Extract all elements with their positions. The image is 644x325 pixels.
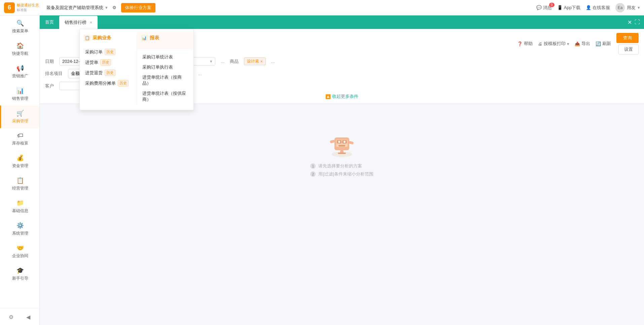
tab-bar: 首页 销售排行榜 × ✕ ⛶ bbox=[40, 15, 644, 29]
sidebar-label-finance: 资金管理 bbox=[12, 163, 28, 169]
operations-icon: 📋 bbox=[16, 177, 24, 184]
sidebar-item-guide[interactable]: 🎓 新手引导 bbox=[0, 263, 39, 285]
dropdown-return[interactable]: 进货退货 历史 bbox=[84, 68, 133, 78]
sidebar-item-inventory[interactable]: 🏷 库存核算 bbox=[0, 128, 39, 150]
refresh-btn[interactable]: 🔄 刷新 bbox=[596, 41, 611, 47]
expense-label: 采购费用分摊单 bbox=[85, 80, 116, 86]
purchase-col-icon: 📋 bbox=[84, 35, 91, 41]
dropdown-arrow-icon[interactable]: ▾ bbox=[105, 5, 108, 10]
tip-text-2: 用[过滤]条件来缩小分析范围 bbox=[318, 171, 373, 177]
sidebar-item-purchase[interactable]: 🛒 采购管理 bbox=[0, 106, 39, 128]
customer-label: 客户 bbox=[45, 83, 54, 89]
export-btn[interactable]: 📤 导出 bbox=[575, 41, 590, 47]
goods-tag: 设计素 × bbox=[244, 57, 266, 65]
svg-rect-7 bbox=[338, 145, 345, 147]
sales-icon: 📊 bbox=[16, 87, 24, 94]
main-layout: 🔍 搜索菜单 🏠 快捷导航 📢 营销推广 📊 销售管理 🛒 采购管理 🏷 库存核… bbox=[0, 15, 644, 325]
fullscreen-icon[interactable]: ⛶ bbox=[635, 19, 640, 25]
goods-tag-text: 设计素 bbox=[247, 58, 259, 64]
purchase-order-history: 历史 bbox=[105, 49, 115, 55]
message-icon: 💬 bbox=[536, 5, 542, 10]
purchase-col: 📋 采购业务 采购订单 历史 进货单 历史 进货退货 历史 bbox=[80, 32, 137, 107]
sidebar-label-sales: 销售管理 bbox=[12, 96, 28, 101]
industry-btn[interactable]: 体验行业方案 bbox=[121, 3, 155, 12]
sidebar-label-basic: 基础信息 bbox=[12, 208, 28, 214]
user-area[interactable]: Ea 用友 ▾ bbox=[615, 3, 640, 12]
dropdown-receipt[interactable]: 进货单 历史 bbox=[84, 57, 133, 68]
empty-tip-1: 1 请先选择要分析的方案 bbox=[310, 163, 373, 169]
user-dropdown-icon: ▾ bbox=[638, 5, 640, 10]
online-service-btn[interactable]: 👤 在线客服 bbox=[586, 5, 610, 11]
goods-dots[interactable]: ... bbox=[271, 59, 275, 64]
logo-icon: 6 bbox=[4, 2, 15, 13]
app-download-btn[interactable]: 📱 App下载 bbox=[557, 5, 580, 11]
sidebar-item-basic[interactable]: 📁 基础信息 bbox=[0, 195, 39, 218]
svg-rect-10 bbox=[330, 139, 335, 143]
finance-icon: 💰 bbox=[16, 154, 24, 162]
query-btn[interactable]: 查询 bbox=[616, 33, 639, 43]
sidebar-settings-btn[interactable]: ⚙ bbox=[6, 312, 16, 322]
svg-point-6 bbox=[344, 141, 346, 143]
purchase-col-title: 📋 采购业务 bbox=[84, 35, 133, 43]
dropdown-report-2[interactable]: 采购订单执行表 bbox=[141, 62, 190, 72]
app-download-label: App下载 bbox=[564, 5, 580, 11]
return-history: 历史 bbox=[105, 70, 115, 76]
collapse-label: 收起更多条件 bbox=[332, 93, 358, 99]
tab-sales-rank[interactable]: 销售排行榜 × bbox=[59, 16, 98, 29]
report-3-label: 进货单统计表（按商品） bbox=[142, 74, 188, 86]
cooperation-icon: 🤝 bbox=[16, 244, 24, 252]
user-avatar: Ea bbox=[615, 3, 625, 12]
goods-tag-close[interactable]: × bbox=[260, 59, 263, 64]
top-header: 6 畅捷通好生意 标准版 装备及固定资产辅助管理系统 ▾ ⚙ 体验行业方案 💬 … bbox=[0, 0, 644, 15]
sidebar-item-search[interactable]: 🔍 搜索菜单 bbox=[0, 15, 39, 38]
tab-close-icon[interactable]: × bbox=[90, 20, 92, 25]
sidebar-item-sales[interactable]: 📊 销售管理 bbox=[0, 83, 39, 106]
sidebar-collapse-btn[interactable]: ◀ bbox=[23, 312, 34, 322]
sidebar-label-cooperation: 企业协同 bbox=[12, 253, 28, 259]
sidebar-label-marketing: 营销推广 bbox=[12, 73, 28, 79]
tip-text-1: 请先选择要分析的方案 bbox=[318, 163, 362, 169]
receipt-history: 历史 bbox=[100, 59, 111, 66]
expense-history: 历史 bbox=[118, 80, 129, 86]
refresh-label: 刷新 bbox=[602, 41, 611, 47]
logo-text-area: 畅捷通好生意 标准版 bbox=[17, 3, 39, 12]
salesman-dots[interactable]: ... bbox=[198, 71, 202, 76]
dropdown-report-3[interactable]: 进货单统计表（按商品） bbox=[141, 72, 190, 88]
doc-status-dots[interactable]: ... bbox=[221, 59, 224, 64]
print-btn[interactable]: 🖨 按模板打印 ▾ bbox=[538, 41, 569, 47]
svg-rect-11 bbox=[349, 141, 354, 145]
refresh-icon: 🔄 bbox=[596, 41, 601, 46]
report-1-label: 采购订单统计表 bbox=[142, 54, 173, 60]
marketing-icon: 📢 bbox=[16, 65, 24, 72]
sidebar-item-system[interactable]: ⚙️ 系统管理 bbox=[0, 218, 39, 240]
sidebar-item-quick-nav[interactable]: 🏠 快捷导航 bbox=[0, 38, 39, 60]
tab-bar-close: ✕ ⛶ bbox=[623, 19, 644, 26]
report-col-title: 📊 报表 bbox=[141, 35, 190, 43]
sidebar-item-finance[interactable]: 💰 资金管理 bbox=[0, 150, 39, 173]
header-actions: 💬 消息 9 📱 App下载 👤 在线客服 Ea 用友 ▾ bbox=[536, 3, 640, 12]
logo-text: 畅捷通好生意 bbox=[17, 3, 39, 7]
rank-value: 金额 bbox=[71, 71, 80, 77]
sidebar-label-quick-nav: 快捷导航 bbox=[12, 51, 28, 56]
print-dropdown-icon: ▾ bbox=[567, 41, 569, 46]
report-col: 📊 报表 采购订单统计表 采购订单执行表 进货单统计表（按商品） 进货单 bbox=[137, 32, 194, 107]
sidebar-item-marketing[interactable]: 📢 营销推广 bbox=[0, 60, 39, 83]
export-label: 导出 bbox=[581, 41, 590, 47]
export-icon: 📤 bbox=[575, 41, 580, 46]
inventory-icon: 🏷 bbox=[17, 132, 23, 139]
dropdown-report-1[interactable]: 采购订单统计表 bbox=[141, 52, 190, 62]
message-btn[interactable]: 💬 消息 9 bbox=[536, 5, 552, 11]
dropdown-report-4[interactable]: 进货单统计表（按供应商） bbox=[141, 88, 190, 105]
close-window-icon[interactable]: ✕ bbox=[628, 19, 632, 26]
system-title-area: 装备及固定资产辅助管理系统 ▾ ⚙ 体验行业方案 bbox=[46, 3, 534, 12]
settings-btn[interactable]: 设置 bbox=[618, 44, 639, 54]
dropdown-expense[interactable]: 采购费用分摊单 历史 bbox=[84, 78, 133, 88]
help-btn[interactable]: ❓ 帮助 bbox=[517, 41, 533, 47]
header-settings-btn[interactable]: ⚙ bbox=[110, 3, 119, 12]
sidebar-item-cooperation[interactable]: 🤝 企业协同 bbox=[0, 240, 39, 263]
sidebar-item-operations[interactable]: 📋 经营管理 bbox=[0, 173, 39, 195]
dropdown-purchase-order[interactable]: 采购订单 历史 bbox=[84, 47, 133, 57]
print-label: 按模板打印 bbox=[544, 41, 566, 47]
tab-home[interactable]: 首页 bbox=[40, 15, 59, 29]
sidebar-bottom: ⚙ ◀ bbox=[0, 309, 39, 325]
